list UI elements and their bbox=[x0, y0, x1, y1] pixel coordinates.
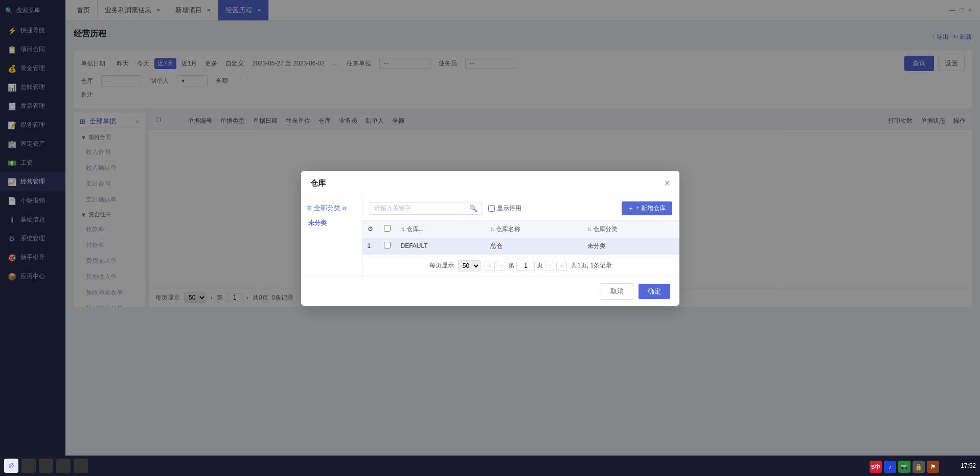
show-disabled-label: 显示停用 bbox=[497, 204, 521, 213]
modal-data-table: ⚙ ⇅ 仓库... bbox=[362, 221, 679, 255]
main-area: 首页 业务利润预估表 × 新增项目 × 经营历程 × — □ × 经 bbox=[65, 0, 980, 476]
modal-body: ⊞ 全部分类 « 未分类 🔍 bbox=[301, 196, 679, 277]
next-page-btn[interactable]: › bbox=[545, 261, 554, 271]
table-row[interactable]: 1 DEFAULT 总仓 未分类 bbox=[362, 238, 679, 254]
modal-search-bar: 🔍 显示停用 ＋ + 新增仓库 bbox=[362, 196, 679, 221]
sys-icon-s[interactable]: S中 bbox=[870, 461, 882, 473]
modal-footer: 取消 确定 bbox=[301, 277, 679, 306]
search-input-wrap: 🔍 bbox=[370, 202, 482, 215]
warehouse-modal: 仓库 × ⊞ 全部分类 « 未分类 bbox=[301, 171, 679, 306]
show-disabled-checkbox[interactable] bbox=[488, 205, 495, 212]
category-all-label: 全部分类 bbox=[314, 203, 340, 213]
sys-icon-flag[interactable]: ⚑ bbox=[927, 461, 939, 473]
sys-icons: S中 ♪ 📷 🔒 ⚑ bbox=[870, 461, 939, 473]
row-code: DEFAULT bbox=[396, 238, 485, 254]
pagination-total: 共1页, 1条记录 bbox=[571, 261, 612, 270]
modal-close-btn[interactable]: × bbox=[665, 178, 670, 189]
modal-page-input[interactable] bbox=[516, 261, 535, 271]
row-num: 1 bbox=[362, 238, 379, 254]
sys-icon-lock[interactable]: 🔒 bbox=[913, 461, 925, 473]
sys-icon-cam[interactable]: 📷 bbox=[898, 461, 910, 473]
category-grid-icon: ⊞ bbox=[306, 204, 312, 212]
category-all[interactable]: ⊞ 全部分类 « bbox=[301, 200, 362, 216]
select-all-checkbox[interactable] bbox=[384, 225, 391, 232]
page-nav: « ‹ 第 页 › » bbox=[485, 261, 567, 271]
first-page-btn[interactable]: « bbox=[485, 261, 495, 271]
search-icon: 🔍 bbox=[469, 205, 477, 212]
plus-icon: ＋ bbox=[628, 204, 634, 213]
row-checkbox[interactable] bbox=[384, 242, 391, 248]
sys-icon-mic[interactable]: ♪ bbox=[884, 461, 896, 473]
modal-title: 仓库 bbox=[310, 178, 665, 188]
modal-per-page[interactable]: 50 bbox=[458, 260, 481, 271]
col-name[interactable]: ⇅ 仓库名称 bbox=[485, 221, 582, 238]
row-name: 总仓 bbox=[485, 238, 582, 254]
col-checkbox bbox=[379, 221, 396, 238]
modal-pagination: 每页显示 50 « ‹ 第 页 › » 共1页 bbox=[362, 255, 679, 277]
col-settings[interactable]: ⚙ bbox=[362, 221, 379, 238]
row-check[interactable] bbox=[379, 238, 396, 254]
modal-table-panel: 🔍 显示停用 ＋ + 新增仓库 bbox=[362, 196, 679, 277]
taskbar-icon-1[interactable]: 经 bbox=[4, 459, 18, 473]
show-disabled-wrap: 显示停用 bbox=[488, 204, 521, 213]
modal-overlay: 仓库 × ⊞ 全部分类 « 未分类 bbox=[65, 0, 980, 476]
add-warehouse-btn[interactable]: ＋ + 新增仓库 bbox=[622, 201, 672, 215]
taskbar-icon-4[interactable] bbox=[56, 459, 71, 473]
prev-page-btn[interactable]: ‹ bbox=[497, 261, 506, 271]
taskbar: 经 17:52 bbox=[0, 456, 980, 476]
modal-header: 仓库 × bbox=[301, 171, 679, 196]
taskbar-icon-3[interactable] bbox=[39, 459, 53, 473]
add-warehouse-label: + 新增仓库 bbox=[636, 204, 666, 213]
cancel-btn[interactable]: 取消 bbox=[601, 283, 633, 300]
category-item-uncategorized[interactable]: 未分类 bbox=[301, 216, 362, 231]
taskbar-icon-5[interactable] bbox=[74, 459, 88, 473]
category-collapse-btn[interactable]: « bbox=[343, 203, 347, 213]
sort-icon-name: ⇅ bbox=[490, 226, 494, 232]
row-category: 未分类 bbox=[582, 238, 679, 254]
sort-icon-cat: ⇅ bbox=[587, 226, 591, 232]
taskbar-icon-2[interactable] bbox=[21, 459, 36, 473]
category-panel: ⊞ 全部分类 « 未分类 bbox=[301, 196, 362, 277]
sort-icon: ⇅ bbox=[401, 226, 405, 232]
last-page-btn[interactable]: » bbox=[556, 261, 567, 271]
modal-search-input[interactable] bbox=[374, 205, 467, 212]
col-category[interactable]: ⇅ 仓库分类 bbox=[582, 221, 679, 238]
confirm-btn[interactable]: 确定 bbox=[639, 284, 670, 299]
col-code[interactable]: ⇅ 仓库... bbox=[396, 221, 485, 238]
taskbar-time: 17:52 bbox=[961, 462, 976, 469]
